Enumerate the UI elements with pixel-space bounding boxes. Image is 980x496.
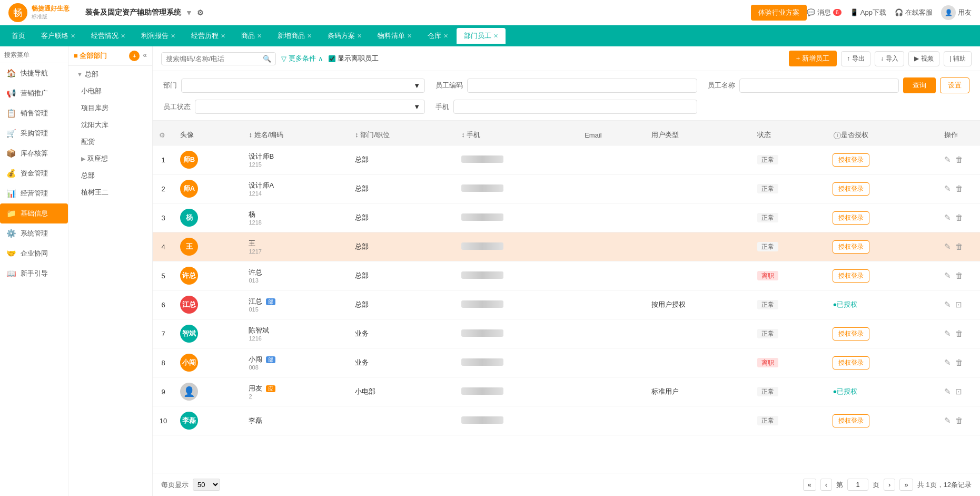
dept-item-xiaodibu[interactable]: 小电部 [68,83,152,100]
edit-icon[interactable]: ✎ [944,184,951,193]
sidebar-item-marketing[interactable]: 📢 营销推广 [0,83,68,103]
tab-employees[interactable]: 部门员工 ✕ [457,28,506,44]
delete-icon[interactable]: 🗑 [955,184,963,193]
more-filter-btn[interactable]: ▽ 更多条件 ∧ [281,54,323,63]
dept-item-zongbu[interactable]: 总部 [68,167,152,184]
next-page-btn[interactable]: › [884,479,895,491]
col-settings[interactable]: ⚙ [153,125,174,145]
show-resigned-checkbox[interactable] [329,55,335,62]
prev-page-btn[interactable]: ‹ [820,479,832,491]
online-support-btn[interactable]: 🎧 在线客服 [895,8,933,17]
col-name[interactable]: ↕ 姓名/编码 [242,125,349,145]
gear-icon[interactable]: ⚙ [197,8,204,17]
user-avatar-btn[interactable]: 👤 用友 [941,5,972,20]
sidebar-search-input[interactable] [4,51,68,59]
authorize-button[interactable]: 授权登录 [833,211,869,225]
edit-icon[interactable]: ✎ [944,416,951,425]
sidebar-item-inventory[interactable]: 📦 库存核算 [0,143,68,163]
copy-icon[interactable]: ⊡ [955,387,962,396]
tab-close-icon[interactable]: ✕ [307,33,312,40]
dept-item-zhishu[interactable]: 植树王二 [68,184,152,201]
delete-icon[interactable]: 🗑 [955,213,963,222]
query-button[interactable]: 查询 [903,77,936,93]
authorize-button[interactable]: 授权登录 [833,414,869,427]
dept-item-zongbu-root[interactable]: ▼ 总部 [68,66,152,83]
tab-warehouse[interactable]: 仓库 ✕ [420,28,456,44]
experience-button[interactable]: 体验行业方案 [751,5,807,21]
dropdown-arrow[interactable]: ▼ [185,8,193,17]
tab-close-icon[interactable]: ✕ [443,33,448,40]
sidebar-item-sales[interactable]: 📋 销售管理 [0,103,68,123]
tab-close-icon[interactable]: ✕ [121,33,125,40]
tab-close-icon[interactable]: ✕ [493,33,498,40]
sidebar-item-basic[interactable]: 📁 基础信息 [0,203,68,223]
delete-icon[interactable]: 🗑 [955,271,963,280]
edit-icon[interactable]: ✎ [944,358,951,367]
sidebar-item-business[interactable]: 📊 经营管理 [0,183,68,203]
search-input[interactable] [166,55,261,63]
more-button[interactable]: | 辅助 [944,51,972,66]
authorize-button[interactable]: 授权登录 [833,269,869,283]
filter-code-input[interactable] [467,79,697,93]
tab-barcode[interactable]: 条码方案 ✕ [320,28,369,44]
first-page-btn[interactable]: « [803,479,816,491]
dept-item-shuangzuo[interactable]: ▶ 双座想 [68,150,152,167]
tab-history[interactable]: 经营历程 ✕ [184,28,233,44]
authorize-button[interactable]: 授权登录 [833,356,869,369]
tab-home[interactable]: 首页 [4,28,33,44]
tab-bom[interactable]: 物料清单 ✕ [370,28,419,44]
filter-name-input[interactable] [739,79,899,93]
copy-icon[interactable]: ⊡ [955,300,962,309]
page-input[interactable] [847,479,868,491]
dept-collapse-btn[interactable]: « [143,51,147,61]
authorize-button[interactable]: 授权登录 [833,182,869,196]
tab-add-goods[interactable]: 新增商品 ✕ [270,28,319,44]
authorize-button[interactable]: 授权登录 [833,240,869,254]
edit-icon[interactable]: ✎ [944,213,951,222]
settings-button[interactable]: 设置 [940,77,969,93]
tab-close-icon[interactable]: ✕ [221,33,225,40]
delete-icon[interactable]: 🗑 [955,358,963,367]
edit-icon[interactable]: ✎ [944,271,951,280]
sidebar-item-shortcut[interactable]: 🏠 快捷导航 [0,63,68,83]
edit-icon[interactable]: ✎ [944,329,951,338]
tab-goods[interactable]: 商品 ✕ [234,28,269,44]
sidebar-item-purchase[interactable]: 🛒 采购管理 [0,123,68,143]
delete-icon[interactable]: 🗑 [955,242,963,251]
sidebar-item-finance[interactable]: 💰 资金管理 [0,163,68,183]
tab-close-icon[interactable]: ✕ [71,33,75,40]
delete-icon[interactable]: 🗑 [955,155,963,164]
edit-icon[interactable]: ✎ [944,155,951,164]
dept-item-shenyang[interactable]: 沈阳大库 [68,116,152,133]
sidebar-item-system[interactable]: ⚙️ 系统管理 [0,223,68,244]
add-employee-button[interactable]: + 新增员工 [789,51,837,66]
filter-phone-input[interactable] [453,100,697,114]
authorize-button[interactable]: 授权登录 [833,153,869,167]
authorize-button[interactable]: 授权登录 [833,327,869,341]
per-page-select[interactable]: 50 100 200 [193,479,220,491]
edit-icon[interactable]: ✎ [944,387,951,396]
sidebar-item-collab[interactable]: 🤝 企业协同 [0,244,68,264]
view-button[interactable]: ▶ 视频 [908,51,939,66]
delete-icon[interactable]: 🗑 [955,329,963,338]
dept-item-project[interactable]: 项目库房 [68,100,152,116]
tab-close-icon[interactable]: ✕ [257,33,262,40]
tab-operation[interactable]: 经营情况 ✕ [84,28,133,44]
filter-dept-select[interactable]: ▼ [181,79,425,93]
delete-icon[interactable]: 🗑 [955,416,963,425]
export-button[interactable]: ↑ 导出 [841,51,870,66]
tab-customer[interactable]: 客户联络 ✕ [34,28,83,44]
import-button[interactable]: ↓ 导入 [875,51,904,66]
tab-close-icon[interactable]: ✕ [407,33,412,40]
last-page-btn[interactable]: » [899,479,913,491]
dept-item-peihuo[interactable]: 配货 [68,133,152,150]
col-settings-icon[interactable]: ⚙ [159,131,165,139]
message-btn[interactable]: 💬 消息 6 [807,8,842,17]
sidebar-item-guide[interactable]: 📖 新手引导 [0,264,68,284]
col-phone[interactable]: ↕ 手机 [455,125,578,145]
filter-status-select[interactable]: ▼ [195,100,425,114]
edit-icon[interactable]: ✎ [944,242,951,251]
tab-close-icon[interactable]: ✕ [357,33,362,40]
edit-icon[interactable]: ✎ [944,300,951,309]
tab-profit[interactable]: 利润报告 ✕ [134,28,183,44]
